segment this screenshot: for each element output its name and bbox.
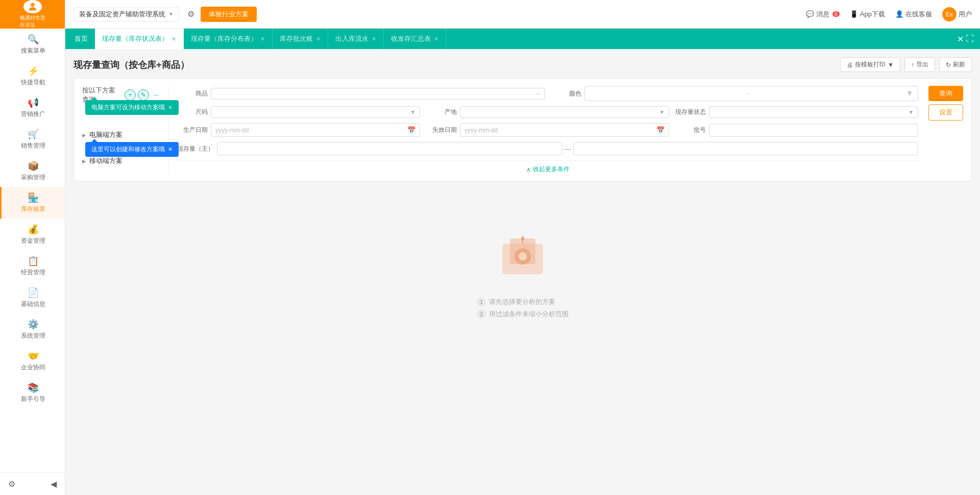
- svg-point-4: [519, 252, 527, 261]
- add-scheme-button[interactable]: +: [125, 89, 136, 101]
- collapse-label: 收起更多条件: [533, 165, 570, 174]
- sidebar-item-inventory[interactable]: 🏪 库存核算: [0, 187, 65, 219]
- inventory-status-select[interactable]: ▼: [709, 106, 918, 118]
- tab-label: 库存批次账: [280, 34, 313, 43]
- phone-icon: 📱: [850, 10, 858, 18]
- operation-icon: 📋: [28, 255, 39, 267]
- logo-icon: [23, 0, 42, 13]
- color-select[interactable]: ··· ▼: [584, 86, 918, 101]
- chevron-down-icon: ▼: [410, 109, 415, 115]
- expiry-date-label: 失效日期: [426, 126, 457, 134]
- printer-icon: 🖨: [847, 61, 853, 68]
- tab-expand-icon[interactable]: ⛶: [966, 34, 974, 43]
- query-button[interactable]: 查询: [928, 86, 963, 101]
- goods-select[interactable]: ···: [211, 88, 545, 100]
- inventory-main-range: —: [217, 142, 918, 155]
- expand-icon: ▶: [82, 158, 86, 164]
- tab-close-icon[interactable]: ✕: [434, 36, 438, 42]
- tab-close-all-icon[interactable]: ✕: [957, 34, 964, 44]
- arrow-left-icon[interactable]: ←: [151, 89, 162, 101]
- tab-close-icon[interactable]: ✕: [260, 36, 265, 42]
- collapse-trigger[interactable]: ∧ 收起更多条件: [526, 165, 570, 174]
- sidebar-item-marketing[interactable]: 📢 营销推广: [0, 92, 65, 124]
- sidebar-item-enterprise[interactable]: 🤝 企业协同: [0, 345, 65, 377]
- origin-label: 产地: [426, 108, 457, 116]
- tab-inventory-dist[interactable]: 现存量（库存分布表） ✕: [184, 29, 273, 49]
- trial-button[interactable]: 体验行业方案: [201, 7, 257, 22]
- export-button[interactable]: ↑ 导出: [904, 57, 935, 72]
- system-name: 装备及固定资产辅助管理系统: [79, 10, 165, 19]
- tooltip-close-icon[interactable]: ✕: [168, 146, 173, 153]
- sidebar-item-search[interactable]: 🔍 搜索菜单: [0, 29, 65, 60]
- logo-text: 畅通好生意 标准版: [20, 14, 45, 29]
- size-label: 尺码: [177, 108, 208, 116]
- message-item[interactable]: 💬 消息 6: [806, 10, 840, 19]
- collapse-icon[interactable]: ◀: [51, 479, 57, 489]
- app-download-item[interactable]: 📱 App下载: [850, 10, 885, 19]
- expiry-date-input[interactable]: yyyy-mm-dd 📅: [460, 123, 669, 137]
- user-item[interactable]: Ea 用户: [942, 7, 972, 21]
- hint-text-1: 请先选择要分析的方案: [489, 297, 555, 307]
- tab-close-icon[interactable]: ✕: [372, 36, 376, 42]
- chevron-down-icon: ▼: [909, 109, 914, 115]
- chevron-down-icon: ▼: [659, 109, 665, 115]
- goods-label: 商品: [177, 89, 208, 98]
- query-buttons: 查询 设置: [928, 86, 963, 174]
- expiry-date-placeholder: yyyy-mm-dd: [464, 127, 498, 134]
- print-template-button[interactable]: 🖨 按模板打印 ▼: [840, 57, 900, 72]
- tab-close-icon[interactable]: ✕: [316, 36, 321, 42]
- gear-icon[interactable]: ⚙: [187, 9, 194, 19]
- size-select[interactable]: ▼: [211, 106, 420, 118]
- sidebar-item-basic-info[interactable]: 📄 基础信息: [0, 282, 65, 314]
- settings-icon[interactable]: ⚙: [8, 479, 15, 489]
- sidebar-item-system[interactable]: ⚙️ 系统管理: [0, 314, 65, 345]
- hint-number-1: 1: [477, 297, 486, 307]
- page-title-row: 现存量查询（按仓库+商品） 🖨 按模板打印 ▼ ↑ 导出 ↻ 刷新: [74, 57, 972, 72]
- online-service-item[interactable]: 👤 在线客服: [895, 10, 932, 19]
- tooltip-text: 电脑方案可设为移动方案哦: [91, 103, 165, 112]
- origin-select[interactable]: ▼: [460, 106, 669, 118]
- prod-date-input[interactable]: yyyy-mm-dd 📅: [211, 123, 420, 137]
- scheme-group-label: 电脑端方案: [89, 130, 122, 139]
- sidebar-item-purchase[interactable]: 📦 采购管理: [0, 155, 65, 187]
- tab-close-icon[interactable]: ✕: [172, 36, 176, 42]
- reset-button[interactable]: 设置: [928, 104, 963, 121]
- sidebar-item-operation[interactable]: 📋 经营管理: [0, 250, 65, 282]
- sidebar-item-quick-nav[interactable]: ⚡ 快捷导航: [0, 60, 65, 92]
- filter-cell-inventory-status: 现存量状态 ▼: [675, 106, 918, 118]
- tooltip-close-icon[interactable]: ✕: [168, 104, 173, 111]
- edit-scheme-button[interactable]: ✎: [138, 89, 149, 101]
- sidebar-item-label: 快捷导航: [21, 78, 45, 87]
- batch-no-input[interactable]: [709, 124, 918, 137]
- svg-point-0: [31, 3, 34, 7]
- tab-batch-ledger[interactable]: 库存批次账 ✕: [273, 29, 328, 49]
- sidebar-item-label: 销售管理: [21, 142, 45, 150]
- refresh-button[interactable]: ↻ 刷新: [939, 57, 972, 72]
- sidebar-footer: ⚙ ◀: [0, 473, 65, 495]
- tab-inventory-status[interactable]: 现存量（库存状况表） ✕: [95, 29, 184, 49]
- inventory-main-max-input[interactable]: [573, 142, 919, 155]
- sidebar-item-label: 采购管理: [21, 173, 45, 182]
- filter-row-4: 现存量（主） —: [177, 142, 918, 155]
- system-selector[interactable]: 装备及固定资产辅助管理系统 ▼: [74, 7, 179, 21]
- message-badge: 6: [832, 11, 840, 17]
- sidebar-item-finance[interactable]: 💰 资金管理: [0, 219, 65, 250]
- tabs-end-icons: ✕ ⛶: [953, 34, 978, 44]
- filter-cell-prod-date: 生产日期 yyyy-mm-dd 📅: [177, 123, 420, 137]
- tab-collect-summary[interactable]: 收发存汇总表 ✕: [384, 29, 446, 49]
- chevron-down-icon: ···: [745, 91, 749, 97]
- filter-cell-size: 尺码 ▼: [177, 106, 420, 118]
- batch-no-label: 批号: [675, 126, 706, 134]
- tab-in-out-flow[interactable]: 出入库流水 ✕: [328, 29, 384, 49]
- tooltip-text: 这里可以创建和修改方案哦: [91, 145, 165, 154]
- tabs-bar: 首页 现存量（库存状况表） ✕ 现存量（库存分布表） ✕ 库存批次账 ✕ 出入库…: [65, 29, 980, 49]
- empty-hint-1: 1 请先选择要分析的方案: [477, 297, 569, 307]
- sidebar-item-sales[interactable]: 🛒 销售管理: [0, 124, 65, 155]
- sidebar-item-label: 搜索菜单: [21, 46, 45, 55]
- sidebar-item-label: 库存核算: [21, 205, 45, 214]
- sidebar-nav: 🔍 搜索菜单 ⚡ 快捷导航 📢 营销推广 🛒 销售管理 📦 采购管理 🏪 库存核…: [0, 29, 65, 473]
- inventory-main-min-input[interactable]: [217, 142, 562, 155]
- sidebar-item-guide[interactable]: 📚 新手引导: [0, 377, 65, 409]
- service-icon: 👤: [895, 10, 903, 18]
- tab-home[interactable]: 首页: [67, 34, 95, 43]
